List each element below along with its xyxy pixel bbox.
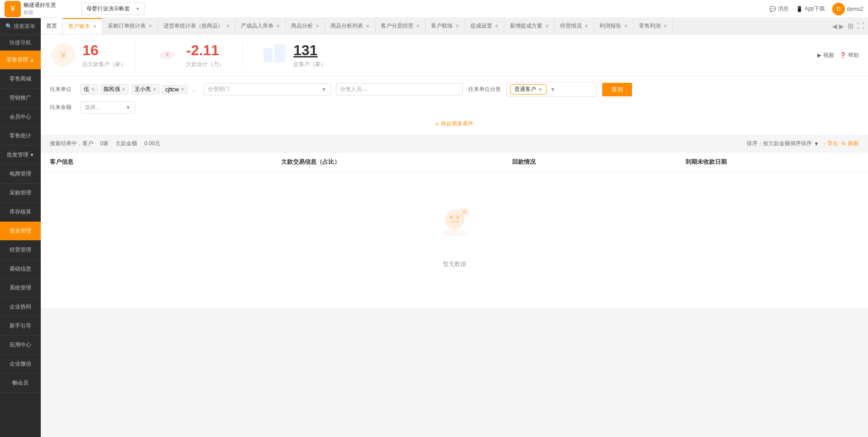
- refresh-label: 刷新: [848, 140, 859, 147]
- tab-close-icon[interactable]: ✕: [93, 24, 96, 29]
- sidebar-item-vip[interactable]: 畅会员: [0, 374, 41, 393]
- tag-close-icon[interactable]: ✕: [91, 87, 95, 92]
- tab-close-icon[interactable]: ✕: [545, 24, 549, 28]
- sidebar-item-inventory[interactable]: 库存核算: [0, 203, 41, 222]
- collapse-icon: ∧: [435, 121, 439, 127]
- tab-goods-analysis-list[interactable]: 商品分析列表 ✕: [325, 18, 375, 34]
- tab-label: 客户分层经营: [381, 22, 413, 30]
- sidebar-item-marketing[interactable]: 营销推广: [0, 89, 41, 108]
- tab-close-icon[interactable]: ✕: [316, 24, 319, 28]
- sidebar-item-retail-mall[interactable]: 零售商城: [0, 70, 41, 89]
- tab-goods-analysis[interactable]: 商品分析 ✕: [286, 18, 325, 34]
- logo-area: ¥ 畅捷通好生意 标版: [5, 1, 77, 17]
- sidebar-item-enterprise[interactable]: 企业协同: [0, 298, 41, 317]
- stat1-icon: ¥: [50, 42, 77, 69]
- sidebar-item-retail-mgmt[interactable]: 零售管理 ▲: [0, 51, 41, 70]
- tab-product-inbound[interactable]: 产成品入库单 ✕: [235, 18, 286, 34]
- person-filter-select[interactable]: 分管人员 ···: [336, 83, 463, 95]
- sidebar-item-newbie[interactable]: 新手引导: [0, 317, 41, 336]
- stat2-text: -2.11 欠款合计（万）: [186, 42, 224, 68]
- tab-purchase-order-stats[interactable]: 采购订单统计表 ✕: [102, 18, 158, 34]
- svg-point-5: [441, 229, 468, 237]
- help-btn[interactable]: ❓ 帮助: [839, 52, 859, 59]
- tab-commission-setting[interactable]: 提成设置 ✕: [465, 18, 504, 34]
- class-tag-close[interactable]: ✕: [538, 86, 542, 93]
- tab-next-arrow[interactable]: ▶: [839, 23, 844, 30]
- question-icon: ❓: [839, 52, 846, 58]
- sidebar-quicknav[interactable]: 快捷导航: [0, 35, 41, 51]
- tab-close-icon[interactable]: ✕: [276, 24, 280, 28]
- tab-home[interactable]: 首页: [41, 18, 63, 34]
- tab-close-icon[interactable]: ✕: [416, 24, 420, 28]
- tab-close-icon[interactable]: ✕: [585, 24, 588, 28]
- tag-text: 陈民强: [104, 86, 120, 93]
- col-debt-info: 欠款交易信息（占比）: [281, 158, 513, 166]
- sidebar-item-member[interactable]: 会员中心: [0, 108, 41, 127]
- tag-close-icon[interactable]: ✕: [181, 87, 184, 92]
- query-button[interactable]: 查询: [602, 83, 632, 96]
- col-customer-info: 客户信息: [50, 158, 281, 166]
- tab-label: 进货单统计表（按商品）: [163, 22, 223, 30]
- tab-close-icon[interactable]: ✕: [495, 24, 499, 28]
- sidebar-search[interactable]: 🔍 搜索菜单: [0, 18, 41, 35]
- tab-add-commission[interactable]: 新增提成方案 ✕: [504, 18, 555, 34]
- tab-expand-icon[interactable]: ⊞: [848, 22, 854, 30]
- tag-text: 王小亮: [134, 86, 151, 93]
- tab-label: 客户账本: [68, 23, 90, 30]
- filter-row-2: 往来余额 选择... ▼: [50, 101, 859, 114]
- tab-retail-profit[interactable]: 零售利润 ✕: [633, 18, 673, 34]
- col-due-date: 到期未收款日期: [686, 158, 859, 166]
- collapse-btn[interactable]: ∧ 收起更多条件: [435, 120, 474, 128]
- tab-customer-ledger[interactable]: 客户账本 ✕: [63, 18, 102, 34]
- svg-rect-4: [274, 44, 285, 62]
- user-menu[interactable]: D demo2: [832, 3, 863, 15]
- top-right: 💬 消息 📱 App下载 D demo2: [769, 3, 863, 15]
- tab-close-icon[interactable]: ✕: [149, 24, 152, 28]
- sidebar-item-retail-stats[interactable]: 零售统计: [0, 127, 41, 146]
- class-filter-select[interactable]: 普通客户 ✕ ▼: [506, 82, 597, 97]
- sidebar-item-operation[interactable]: 经营管理: [0, 241, 41, 260]
- tag-close-icon[interactable]: ✕: [153, 87, 156, 92]
- sidebar-item-basic-info[interactable]: 基础信息: [0, 260, 41, 279]
- sidebar-item-label: 资金管理: [10, 228, 31, 234]
- search-icon: 🔍: [5, 23, 12, 29]
- dept-filter-select[interactable]: 分管部门 ▼: [204, 83, 331, 95]
- sidebar-item-ecommerce[interactable]: 电商管理: [0, 165, 41, 184]
- sidebar-item-wholesale[interactable]: 批发管理 ▼: [0, 146, 41, 165]
- account-select[interactable]: 母婴行业演示帐套 ▼: [82, 3, 145, 15]
- tab-customer-layer[interactable]: 客户分层经营 ✕: [375, 18, 426, 34]
- search-result-label: 搜索结果中，客户: [50, 140, 93, 147]
- tab-label: 零售利润: [639, 22, 661, 30]
- tab-prev-arrow[interactable]: ◀: [832, 23, 837, 30]
- sidebar-item-purchase[interactable]: 采购管理: [0, 184, 41, 203]
- filter-more-btn[interactable]: ...: [190, 86, 198, 94]
- amount-filter-input[interactable]: 选择... ▼: [81, 101, 135, 114]
- refresh-btn[interactable]: ↻ 刷新: [842, 140, 859, 147]
- tab-profit-report[interactable]: 利润报告 ✕: [594, 18, 633, 34]
- app-download-btn[interactable]: 📱 App下载: [796, 5, 825, 13]
- tab-close-icon[interactable]: ✕: [226, 24, 230, 28]
- sidebar-item-system[interactable]: 系统管理: [0, 279, 41, 298]
- quicknav-label: 快捷导航: [10, 39, 31, 46]
- tab-label: 采购订单统计表: [108, 22, 146, 30]
- sort-select[interactable]: 排序：按欠款金额倒序排序 ▼: [747, 140, 819, 147]
- sidebar-item-finance[interactable]: 资金管理: [0, 222, 41, 241]
- sidebar-item-label: 零售管理: [6, 57, 28, 63]
- stat3-text: 131 总客户（家）: [293, 42, 326, 68]
- tab-close-icon[interactable]: ✕: [663, 24, 667, 28]
- tab-close-icon[interactable]: ✕: [456, 24, 459, 28]
- tag-close-icon[interactable]: ✕: [122, 87, 125, 92]
- tab-goods-stats[interactable]: 进货单统计表（按商品） ✕: [158, 18, 235, 34]
- sidebar-item-app-center[interactable]: 应用中心: [0, 336, 41, 355]
- tab-label: 新增提成方案: [510, 22, 542, 30]
- tab-fullscreen-icon[interactable]: ⛶: [857, 22, 864, 30]
- video-help-btn[interactable]: ▶ 视频: [817, 52, 834, 59]
- tab-customer-contact[interactable]: 客户联络 ✕: [426, 18, 465, 34]
- person-dots[interactable]: ···: [362, 86, 367, 93]
- message-btn[interactable]: 💬 消息: [769, 5, 789, 13]
- export-btn[interactable]: ↑ 导出: [823, 140, 838, 147]
- tab-operation[interactable]: 经营情况 ✕: [555, 18, 594, 34]
- tab-close-icon[interactable]: ✕: [366, 24, 369, 28]
- sidebar-item-weixin[interactable]: 企业微信: [0, 355, 41, 374]
- tab-close-icon[interactable]: ✕: [624, 24, 628, 28]
